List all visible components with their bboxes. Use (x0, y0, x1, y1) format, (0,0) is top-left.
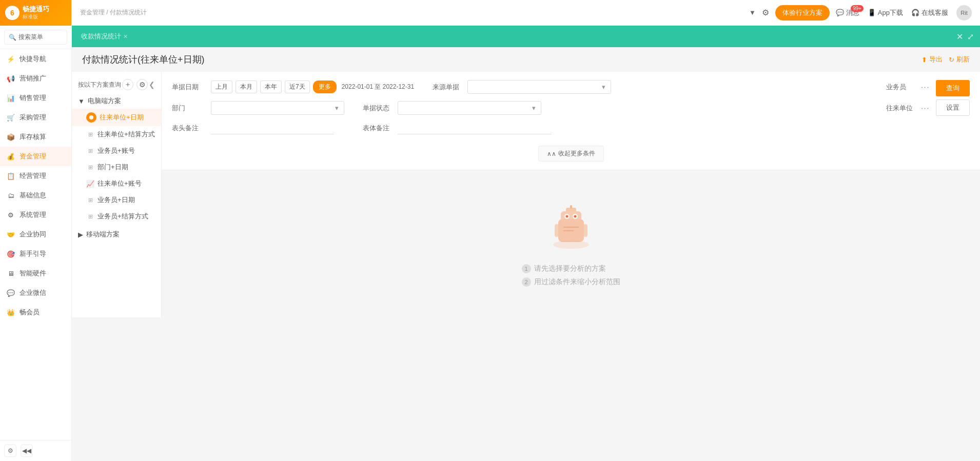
hint-item-2: 2 用过滤条件来缩小分析范围 (522, 277, 620, 287)
sidebar-item-hardware[interactable]: 🖥 智能硬件 (0, 264, 71, 283)
svg-point-7 (574, 215, 576, 218)
scheme-item-partner-date[interactable]: 往来单位+日期 (72, 109, 161, 126)
refresh-icon: ↻ (949, 56, 954, 64)
sidebar-item-finance[interactable]: 💰 资金管理 (0, 147, 71, 166)
sidebar-item-member[interactable]: 👑 畅会员 (0, 303, 71, 322)
sidebar-item-system[interactable]: ⚙ 系统管理 (0, 205, 71, 225)
tab-receivables[interactable]: 收款情况统计✕ (74, 28, 148, 45)
sidebar-label-operations: 经营管理 (19, 171, 46, 181)
source-select-arrow: ▾ (602, 83, 605, 91)
dept-select-arrow: ▾ (335, 104, 339, 112)
docstatus-select[interactable]: ▾ (398, 101, 541, 115)
sidebar-label-enterprise: 企业协同 (19, 230, 46, 239)
sidebar-item-wechat[interactable]: 💬 企业微信 (0, 283, 71, 303)
settings-filter-btn[interactable]: 设置 (936, 99, 970, 116)
nav-dropdown-icon[interactable]: ▼ (749, 9, 756, 16)
header-note-label: 表头备注 (172, 124, 203, 133)
date-opt-7days[interactable]: 近7天 (285, 81, 310, 93)
body-note-input[interactable] (398, 122, 552, 134)
scheme-panel-header: 按以下方案查询 ＋ ⚙ ❮ (72, 76, 161, 93)
mobile-group-label: 移动端方案 (86, 230, 120, 239)
scheme-item-partner-account[interactable]: 📈往来单位+账号 (72, 175, 161, 192)
date-range-display: 2022-01-01 至 2022-12-31 (342, 83, 414, 91)
online-service-btn[interactable]: 🎧 在线客服 (911, 8, 948, 17)
sidebar-item-purchase[interactable]: 🛒 采购管理 (0, 108, 71, 127)
breadcrumb: 资金管理 / 付款情况统计 (80, 8, 743, 17)
online-service-label: 在线客服 (922, 8, 948, 17)
sidebar-item-marketing[interactable]: 📢 营销推广 (0, 69, 71, 88)
add-scheme-btn[interactable]: ＋ (122, 79, 133, 90)
sidebar-label-quick-nav: 快捷导航 (19, 54, 46, 64)
app-edition: 标准版 (23, 13, 49, 21)
partner-filter-dots[interactable]: ··· (921, 104, 930, 112)
tab-close-cashflow[interactable]: ✕ (136, 16, 141, 23)
refresh-btn[interactable]: ↻ 刷新 (949, 55, 970, 64)
sidebar-item-operations[interactable]: 📋 经营管理 (0, 166, 71, 186)
query-btn[interactable]: 查询 (936, 80, 970, 96)
page-header: 付款情况统计(往来单位+日期) ⬆ 导出 ↻ 刷新 (72, 47, 980, 72)
sidebar-label-wechat: 企业微信 (19, 288, 46, 297)
source-filter-label: 来源单据 (433, 83, 463, 92)
date-opt-more[interactable]: 更多 (313, 81, 337, 93)
close-tab-icon[interactable]: ✕ (956, 32, 963, 42)
topbar-settings-icon[interactable]: ⚙ (762, 8, 769, 17)
trial-btn[interactable]: 体验行业方案 (775, 5, 830, 21)
collapse-sidebar-icon[interactable]: ◀◀ (21, 445, 33, 457)
sales-filter-dots[interactable]: ··· (921, 83, 930, 91)
export-icon: ⬆ (922, 56, 927, 64)
messages-btn[interactable]: 💬 消息 99+ (836, 8, 859, 17)
mobile-group-toggle[interactable]: ▶ 移动端方案 (72, 227, 161, 242)
sidebar-icon-guide: 🎯 (6, 249, 15, 258)
scheme-item-sales-date[interactable]: ⊞业务员+日期 (72, 192, 161, 208)
tab-label-home: 首页 (81, 0, 94, 6)
hint-text-2: 用过滤条件来缩小分析范围 (534, 277, 620, 287)
sidebar-label-marketing: 营销推广 (19, 74, 46, 83)
sidebar-item-basicinfo[interactable]: 🗂 基础信息 (0, 186, 71, 205)
settings-icon[interactable]: ⚙ (4, 445, 16, 457)
dept-select[interactable]: ▾ (211, 101, 344, 115)
avatar[interactable]: Rit (956, 5, 972, 21)
scheme-item-sales-settlement[interactable]: ⊞业务员+结算方式 (72, 208, 161, 225)
scheme-items-list: 往来单位+日期⊞往来单位+结算方式⊞业务员+账号⊞部门+日期📈往来单位+账号⊞业… (72, 109, 161, 225)
tab-home[interactable]: 首页 (74, 0, 148, 10)
header-note-input[interactable] (211, 122, 334, 134)
settings-scheme-btn[interactable]: ⚙ (136, 79, 148, 90)
scheme-item-dept-date[interactable]: ⊞部门+日期 (72, 159, 161, 175)
tab-close-payables[interactable]: ✕ (123, 68, 128, 75)
sidebar-item-guide[interactable]: 🎯 新手引导 (0, 244, 71, 264)
source-select[interactable]: ▾ (467, 80, 611, 94)
sidebar-item-sales[interactable]: 📊 销售管理 (0, 88, 71, 108)
sidebar-label-guide: 新手引导 (19, 249, 46, 258)
sidebar-item-inventory[interactable]: 📦 库存核算 (0, 127, 71, 147)
scheme-item-partner-settlement[interactable]: ⊞往来单位+结算方式 (72, 126, 161, 143)
topbar-right: 💬 消息 99+ 📱 App下载 🎧 在线客服 Rit (836, 5, 972, 21)
scheme-label-sales-account: 业务员+账号 (97, 146, 135, 155)
sidebar: 6 畅捷通巧 标准版 🔍 搜索菜单 ⚡ 快捷导航 📢 营销推广 📊 销售管理 🛒… (0, 0, 72, 461)
app-download-btn[interactable]: 📱 App下载 (868, 8, 903, 17)
app-download-label: App下载 (878, 8, 903, 17)
date-opt-this-year[interactable]: 本年 (260, 81, 282, 93)
tab-cashflow[interactable]: 现金银行流水查询✕ (74, 10, 148, 28)
scheme-label-partner-settlement: 往来单位+结算方式 (97, 130, 155, 139)
search-menu-label: 搜索菜单 (18, 33, 43, 42)
collapse-filter-btn[interactable]: ∧∧ 收起更多条件 (538, 146, 604, 162)
sidebar-label-inventory: 库存核算 (19, 132, 46, 142)
export-btn[interactable]: ⬆ 导出 (922, 55, 943, 64)
collapse-scheme-btn[interactable]: ❮ (149, 81, 155, 89)
search-menu-button[interactable]: 🔍 搜索菜单 (4, 30, 67, 45)
sidebar-icon-member: 👑 (6, 308, 15, 317)
empty-state: 1 请先选择要分析的方案 2 用过滤条件来缩小分析范围 (162, 170, 980, 317)
scheme-grid-icon: ⊞ (86, 196, 94, 204)
date-opt-this-month[interactable]: 本月 (236, 81, 257, 93)
sidebar-item-enterprise[interactable]: 🤝 企业协同 (0, 225, 71, 244)
sidebar-label-member: 畅会员 (19, 308, 40, 317)
expand-tab-icon[interactable]: ⤢ (967, 32, 974, 42)
tab-close-receivables[interactable]: ✕ (123, 33, 128, 40)
date-opt-last-month[interactable]: 上月 (211, 81, 232, 93)
scheme-label-dept-date: 部门+日期 (97, 163, 128, 172)
desktop-group-toggle[interactable]: ▼ 电脑端方案 (72, 93, 161, 109)
sidebar-item-quick-nav[interactable]: ⚡ 快捷导航 (0, 49, 71, 69)
tab-close-new-plan[interactable]: ✕ (110, 51, 114, 57)
scheme-item-sales-account[interactable]: ⊞业务员+账号 (72, 143, 161, 159)
body-note-label: 表体备注 (363, 124, 394, 133)
